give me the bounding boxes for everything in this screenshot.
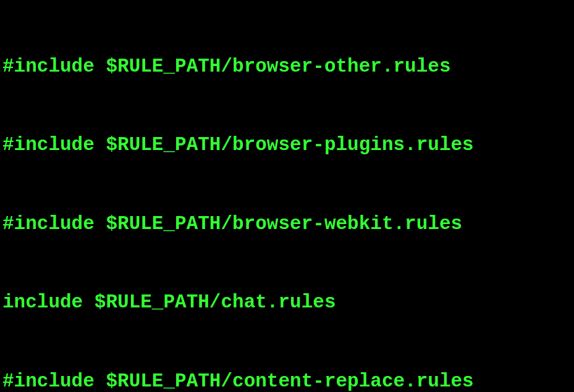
config-line: #include $RULE_PATH/content-replace.rule… xyxy=(2,369,572,392)
config-line: #include $RULE_PATH/browser-plugins.rule… xyxy=(2,132,572,158)
config-line: #include $RULE_PATH/browser-other.rules xyxy=(2,54,572,80)
terminal-output: #include $RULE_PATH/browser-other.rules … xyxy=(2,1,572,392)
config-line: #include $RULE_PATH/browser-webkit.rules xyxy=(2,211,572,237)
config-line: include $RULE_PATH/chat.rules xyxy=(2,290,572,315)
